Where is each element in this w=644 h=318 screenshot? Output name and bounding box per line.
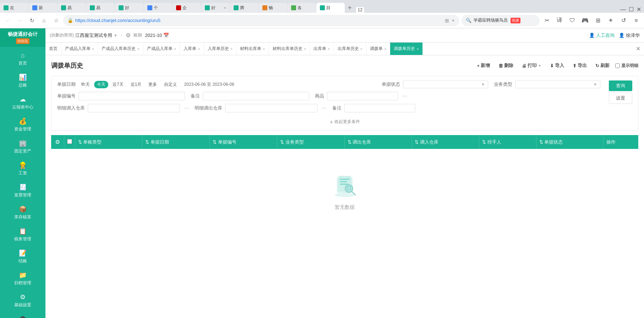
address-bar[interactable]: 🔒 https://cloud.chanjet.com/accounting/u… [63, 15, 459, 26]
page-tab-prod-in[interactable]: 产成品入库单 × [61, 43, 98, 55]
consult-button[interactable]: 👤 人工咨询 [589, 32, 615, 39]
browser-tab-2[interactable]: 易 [58, 3, 86, 13]
user-info[interactable]: 👤 徐泽华 [619, 32, 640, 39]
sidebar-item-tax[interactable]: 📋 税务管理 [0, 224, 45, 246]
date-opt-more[interactable]: 更多 [146, 81, 160, 88]
tab-close-7[interactable]: × [223, 6, 226, 10]
page-tab-prod-in2[interactable]: 产成品入库单 × [143, 43, 180, 55]
scissors-icon[interactable]: ✂ [542, 16, 552, 26]
date-opt-custom[interactable]: 自定义 [161, 81, 180, 88]
undo-icon[interactable]: ↺ [618, 16, 628, 26]
sidebar-item-archive[interactable]: 📁 归档管理 [0, 268, 45, 290]
browser-tab-3[interactable]: 易 [86, 3, 115, 13]
browser-tab-6[interactable]: 企 [173, 3, 201, 13]
page-tab-out-hist-close[interactable]: × [360, 47, 362, 51]
page-tabs-close-all[interactable]: ✕ [632, 45, 644, 52]
detail-in-more-icon[interactable]: ··· [184, 105, 189, 111]
page-tab-mat-out-close[interactable]: × [263, 47, 265, 51]
menu-icon[interactable]: ≡ [631, 16, 641, 26]
period-selector[interactable]: 2021-10 📅 [145, 33, 169, 38]
brightness-icon[interactable]: ☀ [606, 16, 616, 26]
delete-button[interactable]: 🗑 删除 [496, 61, 516, 70]
search-bar[interactable]: 🔍 学霸应聘场驱鸟员 热搜 [462, 15, 540, 26]
forward-button[interactable]: → [15, 16, 25, 26]
status-select[interactable]: ▼ [403, 80, 488, 88]
import-button[interactable]: ⬇ 导入 [547, 61, 567, 70]
print-button[interactable]: 🖨 打印 ▼ [519, 61, 544, 70]
remark-input[interactable] [203, 92, 309, 100]
page-tab-in-close[interactable]: × [198, 47, 200, 51]
sidebar-item-cloud-report[interactable]: ☁ 云报表中心 [0, 92, 45, 114]
collapse-button[interactable]: ∧ 收起更多条件 [57, 117, 632, 126]
browser-tab-1[interactable]: 新 [29, 3, 57, 13]
doc-num-input[interactable] [78, 92, 185, 100]
browser-tab-11[interactable]: 目 [316, 3, 345, 13]
back-button[interactable]: ← [3, 16, 13, 26]
shield-icon[interactable]: 🛡 [567, 16, 577, 26]
export-button[interactable]: ⬆ 导出 [570, 61, 590, 70]
close-browser-button[interactable]: ✕ [637, 6, 641, 13]
detail-in-input[interactable] [88, 104, 180, 112]
page-tab-out-close[interactable]: × [328, 47, 330, 51]
remark2-input[interactable] [344, 104, 415, 112]
star-button[interactable]: ☆ [51, 16, 61, 26]
page-tab-mat-out-hist[interactable]: 材料出库单历史 × [269, 43, 310, 55]
settings-icon-topbar[interactable]: ⚙ [126, 32, 131, 39]
page-tab-in-hist-close[interactable]: × [230, 47, 233, 51]
search-button[interactable]: 查询 [609, 80, 632, 91]
set-button[interactable]: 设置 [609, 93, 632, 104]
page-tab-prod-in-hist-close[interactable]: × [137, 47, 139, 51]
minimize-button[interactable]: — [620, 6, 626, 13]
browser-tab-8[interactable]: 腾 [230, 3, 258, 13]
date-opt-1month[interactable]: 近1月 [128, 81, 144, 88]
browser-tab-9[interactable]: 畅 [259, 3, 287, 13]
sidebar-item-invoice[interactable]: 🧾 发票管理 [0, 180, 45, 202]
page-tab-transfer[interactable]: 调拨单 × [366, 43, 390, 55]
page-tab-mat-out-hist-close[interactable]: × [304, 47, 306, 51]
browser-tab-7[interactable]: 好 × [201, 3, 230, 13]
translate-icon[interactable]: 译 [555, 16, 564, 26]
grid-icon[interactable]: ⊞ [593, 16, 603, 26]
page-tab-prod-in-close[interactable]: × [92, 47, 94, 51]
page-tab-transfer-close[interactable]: × [384, 47, 386, 51]
page-tab-in[interactable]: 入库单 × [180, 43, 204, 55]
page-tab-in-hist[interactable]: 入库单历史 × [204, 43, 236, 55]
select-all-checkbox[interactable] [67, 139, 72, 144]
browser-tab-0[interactable]: 在 [0, 3, 28, 13]
page-tab-home[interactable]: 首页 [45, 43, 61, 55]
sidebar-item-settings[interactable]: ⚙ 基础设置 [0, 290, 45, 312]
game-icon[interactable]: 🎮 [580, 16, 590, 26]
show-cols-option[interactable]: 显示明细 [615, 63, 638, 69]
sidebar-item-payroll[interactable]: 👷 工资 [0, 158, 45, 180]
goods-more-icon[interactable]: ··· [402, 93, 407, 99]
sidebar-item-inventory[interactable]: 📦 库存核算 [0, 202, 45, 224]
browser-tab-4[interactable]: 好 [115, 3, 143, 13]
goods-input[interactable] [327, 92, 398, 100]
home-button[interactable]: ⌂ [39, 16, 49, 26]
sidebar-item-ledger[interactable]: 📊 总账 [0, 70, 45, 92]
refresh-button[interactable]: ↻ [27, 16, 37, 26]
page-tab-prod-in-hist[interactable]: 产成品入库单历史 × [98, 43, 143, 55]
browser-tab-5[interactable]: 个 [144, 3, 172, 13]
table-gear-icon[interactable]: ⚙ [55, 139, 60, 145]
detail-out-more-icon[interactable]: ··· [322, 105, 326, 111]
page-tab-out-hist[interactable]: 出库单历史 × [334, 43, 366, 55]
detail-out-input[interactable] [225, 104, 317, 112]
sidebar-item-close[interactable]: 📝 结账 [0, 246, 45, 268]
page-tab-transfer-hist[interactable]: 调拨单历史 × [390, 43, 422, 55]
refresh-data-button[interactable]: ↻ 刷新 [593, 61, 612, 70]
add-button[interactable]: + 新增 [474, 61, 493, 70]
browser-tab-10[interactable]: 各 [288, 3, 316, 13]
sidebar-item-home[interactable]: ⌂ 首页 [0, 48, 45, 70]
sidebar-item-finance[interactable]: 💰 资金管理 [0, 114, 45, 136]
sidebar-item-guide[interactable]: 🎓 新手引导 [0, 312, 45, 318]
company-selector[interactable]: (勿删勿禁用) 江西服宝测试专用 ▼ [50, 32, 118, 39]
page-tab-prod-in2-close[interactable]: × [174, 47, 176, 51]
date-opt-7days[interactable]: 近7天 [110, 81, 126, 88]
maximize-button[interactable]: ☐ [629, 6, 634, 13]
sidebar-item-fixed-assets[interactable]: 🏢 固定资产 [0, 136, 45, 158]
page-tab-mat-out[interactable]: 材料出库单 × [236, 43, 269, 55]
page-tab-out[interactable]: 出库单 × [310, 43, 334, 55]
biz-type-select[interactable]: ▼ [515, 80, 600, 88]
show-cols-checkbox[interactable] [615, 63, 620, 68]
